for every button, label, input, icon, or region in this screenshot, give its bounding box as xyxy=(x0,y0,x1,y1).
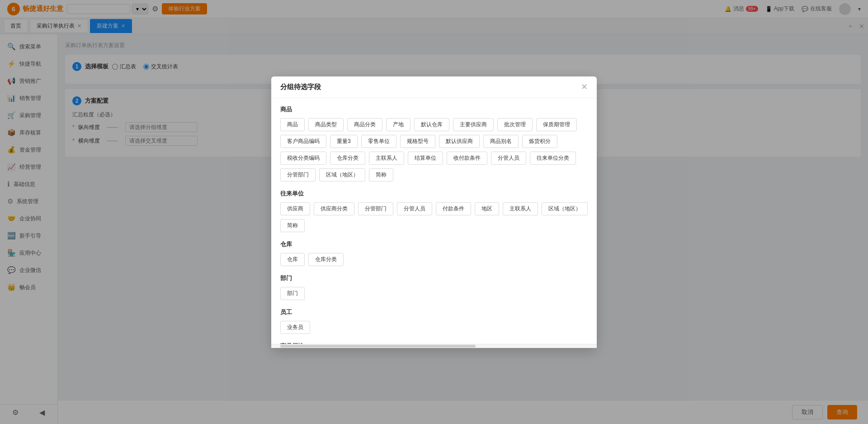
field-tag-supplier[interactable]: 供应商 xyxy=(280,202,310,215)
section-partner-title: 往来单位 xyxy=(280,190,588,198)
section-warehouse: 仓库 仓库 仓库分类 xyxy=(280,240,588,266)
modal-body: 商品 商品 商品类型 商品分类 产地 默认仓库 主要供应商 批次管理 保质期管理… xyxy=(271,98,597,344)
modal-hscroll-thumb xyxy=(280,345,476,348)
modal-overlay: 分组待选字段 ✕ 商品 商品 商品类型 商品分类 产地 默认仓库 主要供应商 xyxy=(58,34,868,424)
field-tag-salesperson[interactable]: 业务员 xyxy=(280,321,310,334)
field-tag-payment-condition[interactable]: 付款条件 xyxy=(436,202,471,215)
section-department: 部门 部门 xyxy=(280,274,588,300)
field-tag-department[interactable]: 部门 xyxy=(280,287,305,300)
field-tag-manager[interactable]: 分管人员 xyxy=(491,152,526,165)
main-layout: 🔍 搜索菜单 ⚡ 快捷导航 📢 营销推广 📊 销售管理 🛒 采购管理 📦 库存核… xyxy=(0,34,868,424)
section-product-tags: 商品 商品类型 商品分类 产地 默认仓库 主要供应商 批次管理 保质期管理 客户… xyxy=(280,118,588,181)
field-tag-default-warehouse[interactable]: 默认仓库 xyxy=(414,118,449,131)
field-tag-region-partner[interactable]: 地区 xyxy=(475,202,499,215)
field-tag-spec-model[interactable]: 规格型号 xyxy=(400,135,435,148)
field-tag-default-supplier[interactable]: 默认供应商 xyxy=(439,135,480,148)
field-tag-product[interactable]: 商品 xyxy=(280,118,305,131)
field-tag-weight3[interactable]: 重量3 xyxy=(330,135,358,148)
modal-close-button[interactable]: ✕ xyxy=(581,83,588,91)
field-tag-short-name-product[interactable]: 简称 xyxy=(369,168,393,181)
section-product: 商品 商品 商品类型 商品分类 产地 默认仓库 主要供应商 批次管理 保质期管理… xyxy=(280,105,588,181)
field-tag-main-contact-partner[interactable]: 主联系人 xyxy=(503,202,538,215)
main-content: 采购订单执行表方案设置 1 选择模板 汇总表 交叉统计表 xyxy=(58,34,868,424)
field-tag-origin[interactable]: 产地 xyxy=(386,118,410,131)
field-tag-dept-partner[interactable]: 分管部门 xyxy=(358,202,393,215)
field-tag-refine-points[interactable]: 炼货积分 xyxy=(522,135,557,148)
field-tag-main-supplier[interactable]: 主要供应商 xyxy=(453,118,494,131)
field-selection-modal: 分组待选字段 ✕ 商品 商品 商品类型 商品分类 产地 默认仓库 主要供应商 xyxy=(271,76,597,348)
section-warehouse-title: 仓库 xyxy=(280,240,588,248)
field-tag-warehouse-cat[interactable]: 仓库分类 xyxy=(330,152,365,165)
section-partner: 往来单位 供应商 供应商分类 分管部门 分管人员 付款条件 地区 主联系人 区域… xyxy=(280,190,588,232)
field-tag-payment-terms[interactable]: 收付款条件 xyxy=(447,152,487,165)
section-warehouse-tags: 仓库 仓库分类 xyxy=(280,253,588,266)
modal-hscroll[interactable] xyxy=(271,344,597,348)
section-employee-title: 员工 xyxy=(280,308,588,316)
field-tag-customer-code[interactable]: 客户商品编码 xyxy=(280,135,326,148)
modal-header: 分组待选字段 ✕ xyxy=(271,76,597,98)
field-tag-product-category[interactable]: 商品分类 xyxy=(347,118,382,131)
field-tag-settlement-unit[interactable]: 结算单位 xyxy=(408,152,443,165)
section-partner-tags: 供应商 供应商分类 分管部门 分管人员 付款条件 地区 主联系人 区域（地区） … xyxy=(280,202,588,232)
field-tag-manager-partner[interactable]: 分管人员 xyxy=(397,202,432,215)
section-department-tags: 部门 xyxy=(280,287,588,300)
field-tag-dept-managed[interactable]: 分管部门 xyxy=(280,168,316,181)
section-employee: 员工 业务员 xyxy=(280,308,588,334)
field-tag-batch-mgmt[interactable]: 批次管理 xyxy=(497,118,533,131)
modal-title: 分组待选字段 xyxy=(280,83,321,91)
field-tag-product-type[interactable]: 商品类型 xyxy=(308,118,344,131)
field-tag-product-alias[interactable]: 商品别名 xyxy=(483,135,519,148)
section-product-title: 商品 xyxy=(280,105,588,114)
field-tag-short-name-partner[interactable]: 简称 xyxy=(280,219,305,232)
field-tag-warehouse[interactable]: 仓库 xyxy=(280,253,305,266)
field-tag-retail-unit[interactable]: 零售单位 xyxy=(361,135,396,148)
field-tag-supplier-cat[interactable]: 供应商分类 xyxy=(314,202,354,215)
field-tag-warehouse-category[interactable]: 仓库分类 xyxy=(308,253,344,266)
section-department-title: 部门 xyxy=(280,274,588,282)
field-tag-region-product[interactable]: 区域（地区） xyxy=(319,168,365,181)
field-tag-partner-cat[interactable]: 往来单位分类 xyxy=(530,152,576,165)
field-tag-tax-code[interactable]: 税收分类编码 xyxy=(280,152,326,165)
field-tag-region2-partner[interactable]: 区域（地区） xyxy=(542,202,588,215)
section-employee-tags: 业务员 xyxy=(280,321,588,334)
field-tag-main-contact[interactable]: 主联系人 xyxy=(369,152,404,165)
field-tag-expiry-mgmt[interactable]: 保质期管理 xyxy=(536,118,577,131)
